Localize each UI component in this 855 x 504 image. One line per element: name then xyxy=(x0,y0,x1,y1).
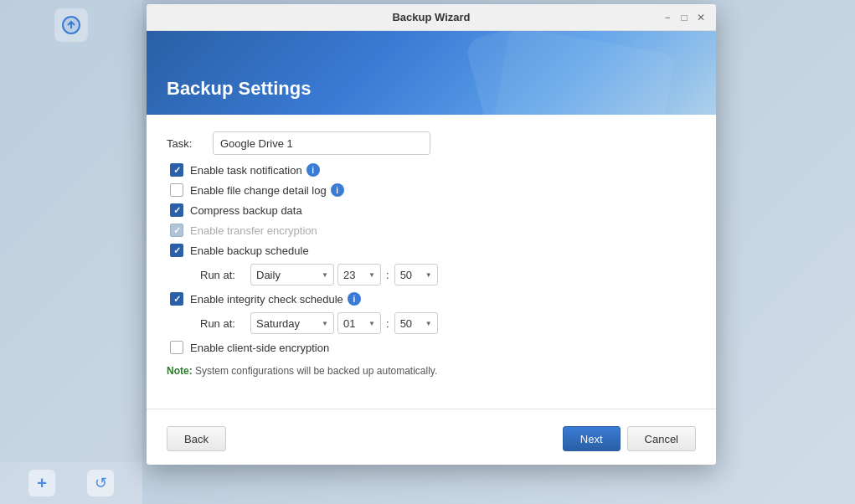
task-label: Task: xyxy=(167,137,213,150)
integrity-hour-value: 01 xyxy=(343,317,355,330)
task-input[interactable] xyxy=(213,131,430,155)
enable-integrity-check-info-icon[interactable]: i xyxy=(348,292,361,306)
compress-backup-data-label: Compress backup data xyxy=(190,204,302,217)
note-row: Note: System configurations will be back… xyxy=(167,364,696,377)
taskbar-left xyxy=(0,0,142,504)
enable-task-notification-row: Enable task notification i xyxy=(167,163,696,177)
backup-time-colon: : xyxy=(386,269,389,281)
backup-minute-arrow: ▼ xyxy=(425,271,432,279)
taskbar-bottom: + ↺ xyxy=(0,462,142,504)
integrity-hour-arrow: ▼ xyxy=(368,320,375,327)
enable-transfer-encryption-label: Enable transfer encryption xyxy=(190,224,317,237)
enable-task-notification-info-icon[interactable]: i xyxy=(306,163,320,177)
enable-client-encryption-row: Enable client-side encryption xyxy=(167,341,696,354)
note-text: Note: System configurations will be back… xyxy=(167,365,437,377)
task-row: Task: xyxy=(167,131,696,155)
window-content: Task: Enable task notification i Enable … xyxy=(147,115,716,397)
backup-hour-select[interactable]: 23 ▼ xyxy=(337,264,381,285)
enable-backup-schedule-row: Enable backup schedule xyxy=(167,244,696,257)
enable-transfer-encryption-row: Enable transfer encryption xyxy=(167,224,696,237)
header-title: Backup Settings xyxy=(167,78,311,100)
backup-frequency-arrow: ▼ xyxy=(322,271,328,279)
history-button[interactable]: ↺ xyxy=(87,470,114,496)
window-title: Backup Wizard xyxy=(155,11,708,23)
compress-backup-data-checkbox[interactable] xyxy=(170,203,183,217)
maximize-button[interactable]: □ xyxy=(677,11,691,24)
footer-divider xyxy=(147,409,716,409)
enable-backup-schedule-checkbox[interactable] xyxy=(170,244,183,257)
enable-file-change-log-label: Enable file change detail log xyxy=(190,184,327,197)
integrity-hour-select[interactable]: 01 ▼ xyxy=(337,312,381,334)
integrity-minute-select[interactable]: 50 ▼ xyxy=(394,312,438,334)
note-label: Note: xyxy=(167,365,193,377)
enable-task-notification-label: Enable task notification xyxy=(190,164,302,177)
enable-file-change-log-checkbox[interactable] xyxy=(170,183,183,197)
enable-task-notification-checkbox[interactable] xyxy=(170,163,183,177)
integrity-schedule-controls: Saturday ▼ 01 ▼ : 50 ▼ xyxy=(250,312,438,334)
add-button[interactable]: + xyxy=(28,470,55,496)
next-button[interactable]: Next xyxy=(563,426,621,451)
desktop: + ↺ Backup Wizard − □ ✕ Backup S xyxy=(0,0,855,504)
enable-backup-schedule-label: Enable backup schedule xyxy=(190,244,309,257)
backup-minute-select[interactable]: 50 ▼ xyxy=(394,264,438,285)
backup-wizard-window: Backup Wizard − □ ✕ Backup Settings Task… xyxy=(147,4,716,465)
enable-integrity-check-label: Enable integrity check schedule xyxy=(190,293,343,306)
backup-minute-value: 50 xyxy=(400,269,412,281)
backup-schedule-run-at-row: Run at: Daily ▼ 23 ▼ : 50 ▼ xyxy=(167,264,696,285)
cancel-button[interactable]: Cancel xyxy=(627,426,696,451)
integrity-day-arrow: ▼ xyxy=(322,320,328,327)
minimize-button[interactable]: − xyxy=(661,11,674,24)
enable-integrity-check-checkbox[interactable] xyxy=(170,292,183,306)
app-icon[interactable] xyxy=(54,8,88,42)
integrity-minute-value: 50 xyxy=(400,317,412,330)
footer: Back Next Cancel xyxy=(147,419,716,465)
backup-run-at-label: Run at: xyxy=(200,269,250,281)
integrity-minute-arrow: ▼ xyxy=(425,320,432,327)
integrity-schedule-run-at-row: Run at: Saturday ▼ 01 ▼ : 50 ▼ xyxy=(167,312,696,334)
backup-frequency-value: Daily xyxy=(256,269,281,281)
enable-client-encryption-label: Enable client-side encryption xyxy=(190,342,329,354)
integrity-time-colon: : xyxy=(386,317,389,330)
enable-integrity-check-row: Enable integrity check schedule i xyxy=(167,292,696,306)
compress-backup-data-row: Compress backup data xyxy=(167,203,696,217)
back-button[interactable]: Back xyxy=(167,426,226,451)
window-header-banner: Backup Settings xyxy=(147,31,716,115)
backup-frequency-select[interactable]: Daily ▼ xyxy=(250,264,334,285)
backup-schedule-controls: Daily ▼ 23 ▼ : 50 ▼ xyxy=(250,264,438,285)
enable-client-encryption-checkbox[interactable] xyxy=(170,341,183,354)
window-titlebar: Backup Wizard − □ ✕ xyxy=(147,4,716,31)
integrity-day-value: Saturday xyxy=(256,317,300,330)
backup-hour-arrow: ▼ xyxy=(368,271,375,279)
window-controls: − □ ✕ xyxy=(661,11,708,24)
backup-hour-value: 23 xyxy=(343,269,355,281)
note-body: System configurations will be backed up … xyxy=(193,365,438,377)
enable-file-change-log-info-icon[interactable]: i xyxy=(331,183,344,197)
integrity-day-select[interactable]: Saturday ▼ xyxy=(250,312,334,334)
enable-transfer-encryption-checkbox xyxy=(170,224,183,237)
integrity-run-at-label: Run at: xyxy=(200,317,250,330)
close-button[interactable]: ✕ xyxy=(694,11,708,24)
enable-file-change-log-row: Enable file change detail log i xyxy=(167,183,696,197)
footer-right-buttons: Next Cancel xyxy=(563,426,696,451)
